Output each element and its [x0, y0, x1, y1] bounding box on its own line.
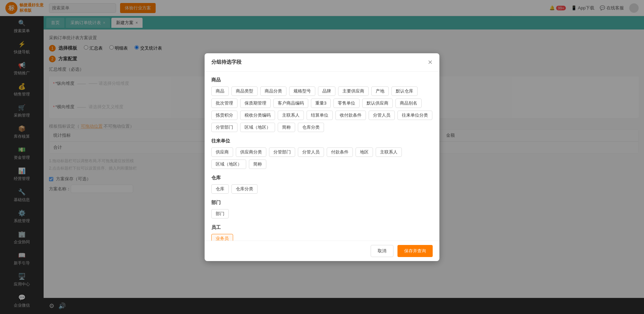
field-tag-payment-terms[interactable]: 收付款条件 [335, 111, 366, 120]
field-tag-picking-points[interactable]: 拣货积分 [211, 111, 237, 120]
field-tag-partner-supervisor[interactable]: 分管人员 [298, 147, 324, 157]
field-selection-dialog: 分组待选字段 ✕ 商品 商品 商品类型 商品分类 规格型号 品牌 主要供应商 产… [205, 53, 439, 261]
field-tag-batch-mgmt[interactable]: 批次管理 [211, 99, 237, 108]
field-tag-area[interactable]: 地区 [356, 147, 373, 157]
field-tag-abbr[interactable]: 简称 [278, 123, 295, 132]
field-tag-weight3[interactable]: 重量3 [311, 99, 331, 108]
field-tag-partner-main-contact[interactable]: 主联系人 [376, 147, 402, 157]
field-tag-main-contact[interactable]: 主联系人 [278, 111, 304, 120]
field-tag-default-warehouse[interactable]: 默认仓库 [391, 86, 418, 96]
employee-section-title: 员工 [211, 225, 433, 231]
dialog-close-button[interactable]: ✕ [428, 59, 433, 66]
field-tag-dept[interactable]: 分管部门 [211, 123, 237, 132]
field-tag-warehouse-cat[interactable]: 仓库分类 [231, 184, 258, 194]
goods-field-tags: 商品 商品类型 商品分类 规格型号 品牌 主要供应商 产地 默认仓库 批次管理 … [211, 86, 433, 132]
dept-field-tags: 部门 [211, 209, 433, 218]
partner-section-title: 往来单位 [211, 138, 433, 144]
dialog-body[interactable]: 商品 商品 商品类型 商品分类 规格型号 品牌 主要供应商 产地 默认仓库 批次… [205, 72, 439, 241]
dialog-overlay: 分组待选字段 ✕ 商品 商品 商品类型 商品分类 规格型号 品牌 主要供应商 产… [0, 0, 644, 314]
field-tag-default-supplier[interactable]: 默认供应商 [362, 99, 393, 108]
dialog-cancel-button[interactable]: 取消 [371, 245, 393, 257]
field-tag-origin[interactable]: 产地 [371, 86, 389, 96]
field-tag-supplier-category[interactable]: 供应商分类 [236, 147, 266, 157]
partner-field-tags: 供应商 供应商分类 分管部门 分管人员 付款条件 地区 主联系人 区域（地区） … [211, 147, 433, 169]
field-tag-expiry-mgmt[interactable]: 保质期管理 [240, 99, 271, 108]
dialog-save-button[interactable]: 保存并查询 [397, 245, 433, 257]
dept-section: 部门 部门 [211, 200, 433, 218]
field-tag-goods-alias[interactable]: 商品别名 [395, 99, 422, 108]
warehouse-field-tags: 仓库 仓库分类 [211, 184, 433, 194]
dialog-title: 分组待选字段 [211, 59, 241, 65]
field-tag-partner-region[interactable]: 区域（地区） [211, 160, 246, 169]
employee-section: 员工 业务员 [211, 225, 433, 241]
field-tag-spec-model[interactable]: 规格型号 [289, 86, 315, 96]
field-tag-goods[interactable]: 商品 [211, 86, 229, 96]
field-tag-settlement-unit[interactable]: 结算单位 [307, 111, 333, 120]
field-tag-partner-dept[interactable]: 分管部门 [269, 147, 295, 157]
field-tag-customer-goods-code[interactable]: 客户商品编码 [273, 99, 308, 108]
field-tag-partner-category[interactable]: 往来单位分类 [397, 111, 432, 120]
warehouse-section-title: 仓库 [211, 175, 433, 181]
field-tag-payment-condition[interactable]: 付款条件 [327, 147, 353, 157]
field-tag-supervisor[interactable]: 分管人员 [369, 111, 395, 120]
goods-section: 商品 商品 商品类型 商品分类 规格型号 品牌 主要供应商 产地 默认仓库 批次… [211, 77, 433, 132]
field-tag-goods-category[interactable]: 商品分类 [260, 86, 286, 96]
employee-field-tags: 业务员 [211, 234, 433, 241]
partner-section: 往来单位 供应商 供应商分类 分管部门 分管人员 付款条件 地区 主联系人 区域… [211, 138, 433, 169]
dialog-footer: 取消 保存并查询 [205, 241, 439, 261]
field-tag-warehouse[interactable]: 仓库 [211, 184, 229, 194]
field-tag-warehouse-category[interactable]: 仓库分类 [298, 123, 324, 132]
field-tag-brand[interactable]: 品牌 [318, 86, 335, 96]
field-tag-partner-abbr[interactable]: 简称 [249, 160, 266, 169]
field-tag-department[interactable]: 部门 [211, 209, 229, 218]
field-tag-retail-unit[interactable]: 零售单位 [333, 99, 360, 108]
field-tag-salesperson[interactable]: 业务员 [211, 234, 233, 241]
warehouse-section: 仓库 仓库 仓库分类 [211, 175, 433, 194]
field-tag-goods-type[interactable]: 商品类型 [231, 86, 258, 96]
field-tag-main-supplier[interactable]: 主要供应商 [338, 86, 369, 96]
dialog-header: 分组待选字段 ✕ [205, 53, 439, 72]
field-tag-supplier[interactable]: 供应商 [211, 147, 233, 157]
field-tag-tax-category-code[interactable]: 税收分类编码 [240, 111, 275, 120]
goods-section-title: 商品 [211, 77, 433, 83]
field-tag-region[interactable]: 区域（地区） [240, 123, 275, 132]
dept-section-title: 部门 [211, 200, 433, 206]
